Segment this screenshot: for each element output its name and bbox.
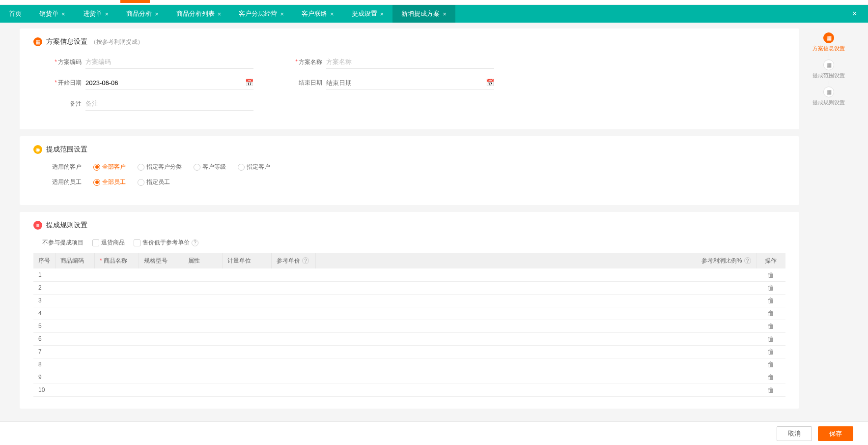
- help-icon[interactable]: ?: [192, 239, 198, 246]
- tab-6[interactable]: 客户联络×: [293, 5, 343, 23]
- section-head-1: ▦ 方案信息设置 （按参考利润提成）: [33, 37, 785, 46]
- delete-icon[interactable]: 🗑: [767, 284, 774, 292]
- tab-5[interactable]: 客户分层经营×: [230, 5, 293, 23]
- side-step-label: 方案信息设置: [812, 45, 845, 52]
- table-row[interactable]: 10🗑: [33, 384, 785, 396]
- side-line: [829, 54, 829, 58]
- table-row[interactable]: 8🗑: [33, 358, 785, 371]
- employee-scope-row: 适用的员工 全部员工指定员工: [33, 178, 785, 186]
- plan-name-label: 方案名称: [299, 59, 322, 65]
- tab-8[interactable]: 新增提成方案×: [392, 5, 455, 23]
- table-row[interactable]: 4🗑: [33, 307, 785, 320]
- checkbox-icon: [92, 239, 99, 246]
- tab-7[interactable]: 提成设置×: [343, 5, 393, 23]
- delete-icon[interactable]: 🗑: [767, 360, 774, 368]
- table-header-4: 属性: [183, 253, 223, 268]
- tab-close-icon[interactable]: ×: [61, 10, 65, 18]
- table-row[interactable]: 2🗑: [33, 281, 785, 294]
- start-date-field: *开始日期 📅: [42, 76, 253, 90]
- radio-icon: [93, 164, 100, 171]
- top-bar: [0, 0, 868, 5]
- main-column: ▦ 方案信息设置 （按参考利润提成） *方案编码 *方案名称 *开始日期: [20, 29, 799, 415]
- tab-1[interactable]: 销货单×: [30, 5, 74, 23]
- tab-3[interactable]: 商品分析×: [117, 5, 168, 23]
- help-icon[interactable]: ?: [744, 257, 751, 264]
- exclude-check-label: 售价低于参考单价: [142, 238, 190, 247]
- customer-option-label: 指定客户分类: [146, 163, 182, 171]
- employee-option-label: 指定员工: [146, 178, 170, 186]
- remark-field: 备注: [42, 97, 253, 111]
- plan-name-input[interactable]: [326, 55, 494, 69]
- help-icon[interactable]: ?: [302, 257, 309, 264]
- table-header-8: 操作: [756, 253, 785, 268]
- exclude-check-1[interactable]: 售价低于参考单价?: [134, 238, 198, 247]
- checkbox-icon: [134, 239, 140, 246]
- side-step-2[interactable]: ▦提成规则设置: [812, 87, 845, 106]
- section1-icon: ▦: [33, 37, 42, 46]
- tab-4[interactable]: 商品分析列表×: [168, 5, 230, 23]
- side-step-icon: ▦: [823, 87, 834, 97]
- table-row[interactable]: 3🗑: [33, 294, 785, 307]
- customer-scope-label: 适用的客户: [42, 163, 82, 171]
- side-step-0[interactable]: ▦方案信息设置: [812, 32, 845, 52]
- exclude-label: 不参与提成项目: [42, 238, 84, 247]
- delete-icon[interactable]: 🗑: [767, 373, 774, 381]
- tab-2[interactable]: 进货单×: [74, 5, 118, 23]
- start-date-input[interactable]: [85, 76, 243, 89]
- rules-table: 序号商品编码商品名称规格型号属性计量单位参考单价?参考利润比例%?操作 1🗑2🗑…: [33, 253, 785, 397]
- delete-icon[interactable]: 🗑: [767, 348, 774, 356]
- side-step-label: 提成范围设置: [812, 72, 845, 79]
- tabs-close-all[interactable]: ×: [847, 5, 862, 23]
- customer-option-label: 客户等级: [202, 163, 226, 171]
- tabs-container: 首页销货单×进货单×商品分析×商品分析列表×客户分层经营×客户联络×提成设置×新…: [0, 5, 455, 23]
- customer-option-label: 全部客户: [102, 163, 126, 171]
- delete-icon[interactable]: 🗑: [767, 309, 774, 317]
- tab-close-icon[interactable]: ×: [280, 10, 284, 18]
- table-row[interactable]: 1🗑: [33, 268, 785, 281]
- tabs-bar: 首页销货单×进货单×商品分析×商品分析列表×客户分层经营×客户联络×提成设置×新…: [0, 5, 868, 23]
- table-row[interactable]: 5🗑: [33, 320, 785, 332]
- radio-icon: [138, 164, 144, 171]
- customer-option-2[interactable]: 客户等级: [194, 163, 226, 171]
- plan-code-field: *方案编码: [42, 55, 253, 69]
- section-commission-scope: ◉ 提成范围设置 适用的客户 全部客户指定客户分类客户等级指定客户 适用的员工 …: [20, 136, 799, 205]
- remark-input[interactable]: [85, 97, 253, 111]
- calendar-icon[interactable]: 📅: [486, 79, 494, 87]
- section1-title: 方案信息设置: [46, 37, 87, 46]
- side-step-1[interactable]: ▦提成范围设置: [812, 59, 845, 79]
- tab-close-icon[interactable]: ×: [218, 10, 222, 18]
- delete-icon[interactable]: 🗑: [767, 297, 774, 304]
- tab-0[interactable]: 首页: [0, 5, 30, 23]
- delete-icon[interactable]: 🗑: [767, 322, 774, 330]
- table-row[interactable]: 7🗑: [33, 345, 785, 358]
- customer-scope-row: 适用的客户 全部客户指定客户分类客户等级指定客户: [33, 163, 785, 171]
- customer-option-label: 指定客户: [247, 163, 270, 171]
- save-button[interactable]: 保存: [818, 426, 853, 441]
- side-step-icon: ▦: [823, 59, 834, 70]
- content-area: ▦ 方案信息设置 （按参考利润提成） *方案编码 *方案名称 *开始日期: [0, 23, 868, 445]
- table-row[interactable]: 6🗑: [33, 332, 785, 345]
- tab-close-icon[interactable]: ×: [155, 10, 159, 18]
- tab-close-icon[interactable]: ×: [330, 10, 334, 18]
- section-head-3: ≡ 提成规则设置: [33, 221, 785, 230]
- delete-icon[interactable]: 🗑: [767, 335, 774, 343]
- section3-icon: ≡: [33, 221, 42, 230]
- tab-close-icon[interactable]: ×: [380, 10, 384, 18]
- employee-option-1[interactable]: 指定员工: [138, 178, 170, 186]
- calendar-icon[interactable]: 📅: [245, 79, 253, 87]
- delete-icon[interactable]: 🗑: [767, 386, 774, 394]
- tab-close-icon[interactable]: ×: [443, 10, 447, 18]
- tab-close-icon[interactable]: ×: [105, 10, 109, 18]
- table-row[interactable]: 9🗑: [33, 371, 785, 384]
- exclude-check-0[interactable]: 退货商品: [92, 238, 125, 247]
- customer-option-3[interactable]: 指定客户: [238, 163, 270, 171]
- end-date-input[interactable]: [326, 76, 484, 89]
- customer-option-0[interactable]: 全部客户: [93, 163, 126, 171]
- delete-icon[interactable]: 🗑: [767, 271, 774, 279]
- cancel-button[interactable]: 取消: [777, 426, 812, 441]
- start-date-label: 开始日期: [58, 79, 82, 86]
- plan-code-input[interactable]: [85, 55, 253, 69]
- radio-icon: [93, 179, 100, 186]
- customer-option-1[interactable]: 指定客户分类: [138, 163, 182, 171]
- employee-option-0[interactable]: 全部员工: [93, 178, 126, 186]
